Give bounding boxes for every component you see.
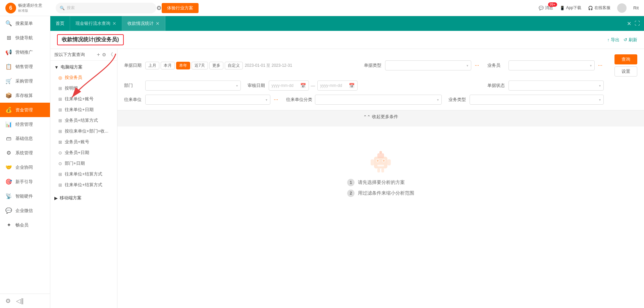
doctype-more-btn[interactable]: ···	[473, 62, 480, 68]
sidebar-item-wechat[interactable]: 💬 企业微信	[0, 203, 50, 218]
top-bar: 6 畅捷通好生意 标准版 🔍 搜索 ⚙ 体验行业方案 💬 消息 99+ 📱 Ap…	[0, 0, 644, 16]
date-dash: —	[311, 83, 315, 88]
sidebar-item-purchase[interactable]: 🛒 采购管理	[0, 74, 50, 88]
partner-select[interactable]: ▾	[145, 95, 270, 105]
biztype-select[interactable]: ▾	[470, 95, 604, 105]
sidebar-collapse-icon[interactable]: ◁‖	[16, 297, 24, 305]
scheme-item-partner-account[interactable]: ⊞ 往来单位+账号	[50, 94, 117, 104]
svg-point-2	[379, 151, 382, 154]
tab-cashflow[interactable]: 现金银行流水查询 ✕	[70, 16, 122, 31]
sidebar-item-guide[interactable]: 🎯 新手引导	[0, 174, 50, 189]
messages-item[interactable]: 💬 消息 99+	[539, 5, 553, 11]
scheme-collapse-icon[interactable]: 《	[108, 52, 113, 58]
gear-button[interactable]: ⚙	[156, 4, 162, 12]
scheme-add-icon[interactable]: +	[97, 52, 100, 58]
sidebar-label-member: 畅会员	[15, 222, 29, 228]
filter-field-docstatus: 单据状态 ▾	[487, 81, 604, 91]
sidebar-item-collab[interactable]: 🤝 企业协同	[0, 160, 50, 174]
collapse-label: 收起更多条件	[372, 114, 398, 120]
dept-control: ▾	[145, 81, 241, 91]
partner-cat-select[interactable]: ▾	[315, 95, 441, 105]
logo-area: 6 畅捷通好生意 标准版	[5, 3, 56, 13]
sidebar-item-inventory[interactable]: 📦 库存核算	[0, 88, 50, 103]
sidebar-item-member[interactable]: ✦ 畅会员	[0, 218, 50, 232]
sidebar-settings-icon[interactable]: ⚙	[5, 297, 11, 305]
sidebar-item-search[interactable]: 🔍 搜索菜单	[0, 16, 50, 31]
sidebar-item-system[interactable]: ⚙ 系统管理	[0, 146, 50, 160]
date-range-display: 2023-01-01 至 2023-12-31	[245, 63, 292, 68]
tab-home-label: 首页	[56, 20, 64, 27]
sidebar-item-basic[interactable]: 🗃 基础信息	[0, 132, 50, 146]
sidebar-item-quicknav[interactable]: ⊞ 快捷导航	[0, 31, 50, 45]
tab-collection-close[interactable]: ✕	[156, 21, 160, 26]
scheme-item-salesperson[interactable]: ◎ 按业务员	[50, 72, 117, 83]
btn-last-7-days[interactable]: 近7天	[192, 62, 208, 69]
finance-icon: 💰	[5, 107, 12, 113]
tab-collection[interactable]: 收款情况统计 ✕	[122, 16, 165, 31]
tab-bar-right: ✕ ⛶	[627, 20, 644, 27]
scheme-item-pd-label: 往来单位+日期	[65, 107, 94, 113]
scheme-item-partner-settlement1[interactable]: ⊞ 往来单位+结算方式	[50, 169, 117, 179]
scheme-group-mobile-header[interactable]: ▶ 移动端方案	[50, 193, 117, 203]
sidebar-label-marketing: 营销推广	[15, 49, 33, 55]
svg-point-5	[377, 160, 379, 162]
sidebar-item-marketing[interactable]: 📢 营销推广	[0, 45, 50, 59]
scheme-item-salesperson-account[interactable]: ⊠ 业务员+账号	[50, 137, 117, 147]
scheme-item-detail[interactable]: ⊞ 按明细	[50, 83, 117, 94]
review-date-start[interactable]: yyyy-mm-dd 📅	[269, 81, 309, 91]
scheme-group-pc-header[interactable]: ▼ 电脑端方案	[50, 62, 117, 72]
scheme-item-salesperson-date[interactable]: ⊙ 业务员+日期	[50, 147, 117, 158]
scheme-item-salesperson-settlement[interactable]: ⊞ 业务员+结算方式	[50, 115, 117, 126]
docstatus-select[interactable]: ▾	[508, 81, 604, 91]
scheme-item-partner-settlement2[interactable]: ⊞ 往来单位+结算方式	[50, 179, 117, 190]
scheme-settings-icon[interactable]: ⚙	[102, 52, 106, 57]
sidebar-item-hardware[interactable]: 📡 智能硬件	[0, 189, 50, 203]
content-area: 首页 现金银行流水查询 ✕ 收款情况统计 ✕ ✕ ⛶ 收款情况统计(按业务员)	[50, 16, 644, 308]
tab-cashflow-close[interactable]: ✕	[112, 21, 116, 26]
doctype-select[interactable]: ▾	[385, 60, 471, 70]
partner-cat-arrow: ▾	[437, 98, 439, 102]
review-date-start-text: yyyy-mm-dd	[272, 83, 293, 88]
svg-rect-11	[381, 168, 384, 172]
app-download-item[interactable]: 📱 App下载	[560, 5, 581, 11]
svg-rect-8	[371, 159, 374, 165]
salesperson-select[interactable]: ▾	[508, 60, 595, 70]
partner-more-btn[interactable]: ···	[272, 97, 279, 103]
scheme-group-pc-label: 电脑端方案	[61, 64, 83, 70]
btn-last-month[interactable]: 上月	[145, 62, 159, 69]
btn-this-month[interactable]: 本月	[161, 62, 175, 69]
refresh-button[interactable]: ↺ 刷新	[624, 37, 637, 43]
scheme-item-partner-dept[interactable]: ⊞ 按往来单位+部门+收...	[50, 126, 117, 137]
sidebar-item-finance[interactable]: 💰 资金管理	[0, 103, 50, 117]
export-icon: ↑	[607, 37, 610, 42]
scheme-item-dept-date[interactable]: ⊙ 部门+日期	[50, 158, 117, 169]
export-button[interactable]: ↑ 导出	[607, 37, 620, 43]
messages-badge: 99+	[548, 2, 557, 7]
user-avatar[interactable]	[617, 3, 627, 13]
btn-more-date[interactable]: 更多	[209, 62, 223, 69]
sales-icon: 📋	[5, 63, 12, 70]
tab-close-all-icon[interactable]: ✕	[627, 20, 631, 27]
settings-button[interactable]: 设置	[614, 66, 637, 76]
app-download-label: App下载	[566, 5, 581, 11]
sidebar-label-operations: 经营管理	[15, 121, 33, 127]
search-bar-top[interactable]: 🔍 搜索	[56, 3, 156, 13]
scheme-item-ss-icon: ⊞	[58, 118, 62, 123]
collapse-bar[interactable]: ⌃⌃ 收起更多条件	[117, 110, 644, 123]
tab-fullscreen-icon[interactable]: ⛶	[635, 20, 640, 27]
btn-custom-date[interactable]: 自定义	[225, 62, 243, 69]
trial-button[interactable]: 体验行业方案	[162, 3, 199, 13]
review-date-end[interactable]: yyyy-mm-dd 📅	[317, 81, 358, 91]
scheme-item-partner-date[interactable]: ⊞ 往来单位+日期	[50, 104, 117, 115]
dept-select[interactable]: ▾	[145, 81, 241, 91]
salesperson-more-btn[interactable]: ···	[597, 62, 604, 68]
sidebar-item-sales[interactable]: 📋 销售管理	[0, 59, 50, 74]
online-service-item[interactable]: 🎧 在线客服	[588, 5, 610, 11]
scheme-item-sa-icon: ⊠	[58, 140, 62, 145]
btn-this-year[interactable]: 本年	[176, 62, 190, 69]
query-button[interactable]: 查询	[614, 54, 637, 64]
user-name: Rit	[633, 5, 639, 10]
sidebar-item-operations[interactable]: 📊 经营管理	[0, 117, 50, 132]
doctype-label: 单据类型	[364, 62, 382, 68]
tab-home[interactable]: 首页	[50, 16, 70, 31]
